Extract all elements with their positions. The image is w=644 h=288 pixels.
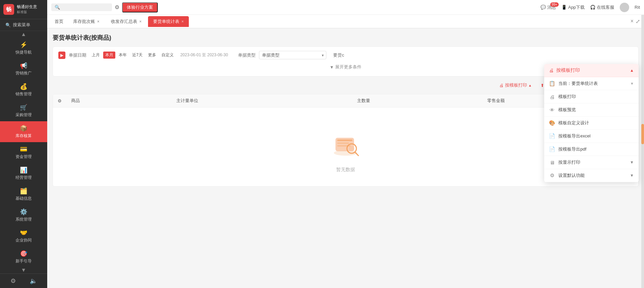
prev-month-btn[interactable]: 上月 bbox=[90, 52, 102, 59]
last7-btn[interactable]: 近7天 bbox=[130, 52, 145, 59]
app-download-button[interactable]: 📱 App下载 bbox=[561, 4, 585, 10]
custom-date-btn[interactable]: 自定义 bbox=[159, 52, 176, 59]
window-close-btn[interactable]: × bbox=[631, 18, 634, 25]
search-icon: 🔍 bbox=[5, 23, 11, 28]
app-icon: 📱 bbox=[561, 5, 567, 10]
expand-label: 展开更多条件 bbox=[335, 64, 361, 70]
sidebar-item-label: 企业协同 bbox=[16, 237, 32, 243]
current-month-btn[interactable]: 本月 bbox=[103, 52, 115, 59]
chevron-right-icon: ▼ bbox=[630, 173, 634, 178]
print-dropdown-menu: 🖨 按模板打印 ▲ 📋 当前：要货单统计表 ▼ 🖨 模板打印 👁 模板预览 🎨 bbox=[544, 64, 639, 182]
template-print-item[interactable]: 🖨 模板打印 bbox=[544, 90, 639, 103]
sidebar-item-purchase[interactable]: 🛒 采购管理 bbox=[0, 100, 47, 121]
inventory-icon: 📦 bbox=[20, 125, 27, 132]
promo-button[interactable]: 体验行业方案 bbox=[122, 2, 158, 12]
sidebar-item-label: 快捷导航 bbox=[16, 50, 32, 55]
sidebar-item-operation[interactable]: 📊 经营管理 bbox=[0, 163, 47, 184]
topbar-search[interactable]: 🔍 bbox=[51, 3, 112, 11]
topbar-right: 💬 消息 99+ 📱 App下载 🎧 在线客服 Rit bbox=[540, 3, 640, 12]
col-goods: 商品 bbox=[66, 94, 172, 107]
col-unit: 主计量单位 bbox=[172, 94, 352, 107]
tab-close-icon[interactable]: × bbox=[181, 19, 184, 24]
chevron-up-icon: ▲ bbox=[630, 68, 634, 73]
template-preview-label: 模板预览 bbox=[558, 107, 576, 113]
chevron-right-icon: ▼ bbox=[630, 82, 634, 86]
sidebar-item-label: 营销推广 bbox=[16, 70, 32, 76]
current-template-item[interactable]: 📋 当前：要货单统计表 ▼ bbox=[544, 77, 639, 90]
basic-icon: 🗂️ bbox=[20, 187, 27, 195]
tab-collection-summary[interactable]: 收发存汇总表 × bbox=[106, 16, 147, 27]
sidebar-item-system[interactable]: ⚙️ 系统管理 bbox=[0, 205, 47, 226]
sidebar-scroll-up[interactable]: ▲ bbox=[0, 31, 47, 38]
app-label: App下载 bbox=[568, 4, 585, 10]
print-btn[interactable]: 🖨 按模板打印 ▲ bbox=[497, 81, 534, 90]
default-func-item[interactable]: ⚙ 设置默认功能 ▼ bbox=[544, 169, 639, 182]
logo-sub: 标准版 bbox=[17, 10, 37, 14]
template-excel-item[interactable]: 📄 按模板导出excel bbox=[544, 130, 639, 143]
template-pdf-label: 按模板导出pdf bbox=[558, 146, 586, 152]
sidebar-logo: 畅 畅通好生意 标准版 bbox=[0, 0, 47, 19]
sidebar-scroll-down[interactable]: ▼ bbox=[0, 267, 47, 274]
purchase-icon: 🛒 bbox=[20, 104, 27, 111]
svg-point-7 bbox=[349, 146, 354, 151]
quick-nav-icon: ⚡ bbox=[20, 41, 27, 49]
sidebar: 畅 畅通好生意 标准版 🔍 搜索菜单 ▲ ⚡ 快捷导航 📢 营销推广 💰 销售管… bbox=[0, 0, 47, 288]
window-expand-btn[interactable]: ⤢ bbox=[636, 18, 640, 25]
sidebar-item-finance[interactable]: 💳 资金管理 bbox=[0, 142, 47, 163]
tab-inventory-batch[interactable]: 库存批次账 × bbox=[68, 16, 105, 27]
more-date-btn[interactable]: 更多 bbox=[146, 52, 158, 59]
expand-icon: ▼ bbox=[330, 65, 334, 70]
empty-icon bbox=[329, 128, 362, 161]
settings-button[interactable]: ⚙ bbox=[10, 277, 16, 285]
printer-header-icon: 🖨 bbox=[549, 68, 554, 73]
sidebar-item-label: 销售管理 bbox=[16, 91, 32, 97]
display-print-item[interactable]: 🖥 按显示打印 ▼ bbox=[544, 156, 639, 169]
main-area: 🔍 ⚙ 体验行业方案 💬 消息 99+ 📱 App下载 🎧 在线客服 Rit 首… bbox=[47, 0, 644, 288]
corp-icon: 🤝 bbox=[20, 229, 27, 236]
service-button[interactable]: 🎧 在线客服 bbox=[590, 4, 614, 10]
sidebar-item-label: 采购管理 bbox=[16, 112, 32, 118]
tab-close-icon[interactable]: × bbox=[139, 19, 142, 24]
gear-icon[interactable]: ⚙ bbox=[115, 4, 119, 10]
display-print-label: 按显示打印 bbox=[558, 159, 580, 165]
template-current-icon: 📋 bbox=[549, 81, 555, 87]
page-title: 要货单统计表(按商品) bbox=[53, 34, 639, 42]
template-print-label: 模板打印 bbox=[558, 94, 576, 100]
avatar[interactable] bbox=[620, 3, 629, 12]
tab-home[interactable]: 首页 bbox=[51, 17, 67, 27]
sidebar-item-label: 资金管理 bbox=[16, 154, 32, 160]
template-excel-icon: 📄 bbox=[549, 133, 555, 139]
msg-button[interactable]: 💬 消息 99+ bbox=[540, 4, 556, 10]
template-design-item[interactable]: 🎨 模板自定义设计 bbox=[544, 117, 639, 130]
sidebar-item-corp[interactable]: 🤝 企业协同 bbox=[0, 226, 47, 247]
sidebar-item-inventory[interactable]: 📦 库存核算 bbox=[0, 121, 47, 142]
empty-text: 暂无数据 bbox=[336, 167, 355, 173]
table-settings-col[interactable]: ⚙ bbox=[53, 94, 66, 107]
print-label: 按模板打印 bbox=[505, 82, 527, 88]
expand-more-btn[interactable]: ▼ 展开更多条件 bbox=[330, 62, 362, 72]
scrollbar-thumb[interactable] bbox=[641, 124, 644, 144]
display-print-left: 🖥 按显示打印 bbox=[549, 159, 580, 165]
right-scrollbar[interactable] bbox=[641, 15, 644, 288]
tabs-right: × ⤢ bbox=[631, 18, 640, 25]
date-buttons: 上月 本月 本年 近7天 更多 自定义 bbox=[90, 52, 176, 59]
sidebar-item-sales[interactable]: 💰 销售管理 bbox=[0, 79, 47, 100]
tab-close-icon[interactable]: × bbox=[97, 19, 99, 24]
type-select[interactable]: 单据类型 bbox=[259, 51, 326, 59]
svg-rect-3 bbox=[337, 142, 349, 144]
date-range-text: 2023-06-01 至 2023-06-30 bbox=[180, 52, 228, 58]
sidebar-item-label: 库存核算 bbox=[16, 133, 32, 139]
speaker-button[interactable]: 🔈 bbox=[30, 277, 37, 285]
sidebar-search-btn[interactable]: 🔍 搜索菜单 bbox=[0, 19, 47, 31]
sidebar-item-marketing[interactable]: 📢 营销推广 bbox=[0, 59, 47, 79]
filter-expand-icon[interactable]: ▶ bbox=[58, 52, 65, 59]
current-year-btn[interactable]: 本年 bbox=[117, 52, 129, 59]
template-pdf-item[interactable]: 📄 按模板导出pdf bbox=[544, 143, 639, 156]
default-func-left: ⚙ 设置默认功能 bbox=[549, 172, 585, 179]
sidebar-item-quick-nav[interactable]: ⚡ 快捷导航 bbox=[0, 38, 47, 59]
dropdown-header[interactable]: 🖨 按模板打印 ▲ bbox=[544, 64, 639, 77]
sidebar-item-basic[interactable]: 🗂️ 基础信息 bbox=[0, 184, 47, 205]
tab-requisition-stats[interactable]: 要货单统计表 × bbox=[148, 16, 189, 27]
sidebar-item-newbie[interactable]: 🎯 新手引导 bbox=[0, 247, 47, 267]
template-preview-item[interactable]: 👁 模板预览 bbox=[544, 103, 639, 117]
